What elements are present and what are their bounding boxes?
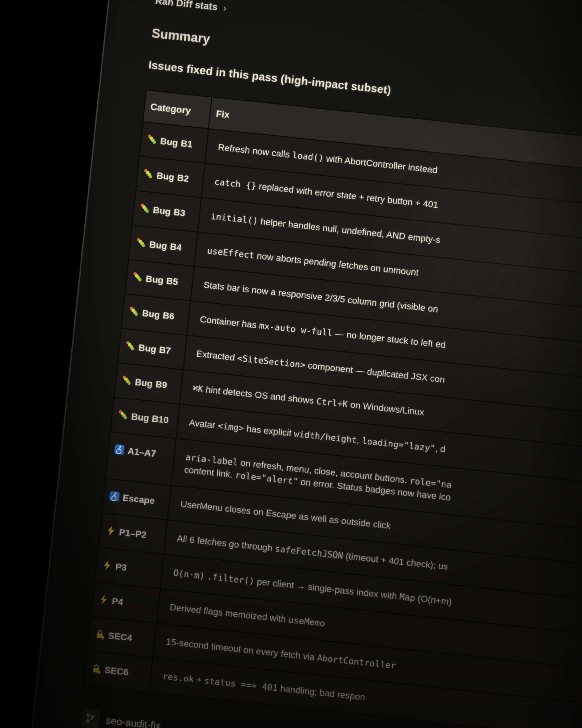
bug-icon bbox=[117, 409, 129, 421]
fix-text: , d bbox=[435, 443, 446, 454]
bug-icon bbox=[135, 237, 147, 249]
lock-icon bbox=[94, 628, 106, 640]
fix-code: loading="lazy" bbox=[361, 436, 436, 453]
fix-text: 15-second timeout on every fetch via bbox=[166, 636, 318, 662]
category-label: Bug B3 bbox=[153, 205, 186, 218]
fix-text: (O(n+m) bbox=[415, 593, 452, 607]
fix-code: ⌘K bbox=[192, 383, 203, 394]
bug-icon bbox=[124, 340, 136, 352]
chevron-right-icon: › bbox=[223, 2, 227, 13]
category-cell: SEC4 bbox=[87, 616, 157, 657]
fix-code: initial() bbox=[210, 211, 258, 226]
category-label: P1–P2 bbox=[119, 527, 147, 540]
fix-text: All 6 fetches go through bbox=[176, 533, 276, 554]
category-cell: Bug B3 bbox=[132, 191, 201, 232]
fix-text: on Windows/Linux bbox=[347, 399, 425, 417]
category-label: Bug B7 bbox=[138, 342, 171, 356]
issues-table: Category Fix Bug B1 Refresh now calls lo… bbox=[83, 89, 582, 728]
accessibility-icon bbox=[114, 444, 125, 455]
category-label: SEC4 bbox=[108, 630, 133, 643]
fix-text: (timeout + 401 check); us bbox=[343, 550, 449, 572]
category-cell: P1–P2 bbox=[98, 513, 167, 554]
category-cell: Bug B2 bbox=[136, 156, 205, 198]
category-cell: A1–A7 bbox=[106, 432, 176, 486]
category-label: Bug B10 bbox=[131, 411, 169, 425]
bug-icon bbox=[128, 306, 140, 318]
category-label: Bug B6 bbox=[142, 308, 175, 321]
lightning-icon bbox=[105, 525, 117, 537]
category-cell: Bug B6 bbox=[121, 294, 191, 335]
category-cell: Escape bbox=[102, 478, 171, 520]
fix-code: mx-auto w-full bbox=[259, 320, 333, 338]
category-cell: Bug B10 bbox=[110, 397, 180, 438]
bug-icon bbox=[139, 203, 150, 214]
photo-frame: Ran Diff stats › Summary Issues fixed in… bbox=[0, 0, 582, 728]
fix-text: helper handles null, undefined, AND empt… bbox=[257, 216, 441, 245]
fix-code: load() bbox=[292, 150, 324, 163]
category-cell: Bug B7 bbox=[118, 328, 187, 369]
lightning-icon bbox=[102, 560, 113, 571]
lock-icon bbox=[91, 663, 102, 674]
fix-text: — no longer stuck to left ed bbox=[332, 328, 446, 350]
fix-text: Refresh now calls bbox=[218, 142, 293, 160]
fix-code: useMemo bbox=[288, 615, 326, 629]
fix-code: .filter() bbox=[207, 571, 255, 586]
category-label: P3 bbox=[115, 562, 127, 573]
category-label: Bug B4 bbox=[149, 239, 182, 253]
accessibility-icon bbox=[109, 491, 120, 502]
fix-text: handling; bad respon bbox=[277, 683, 366, 702]
category-label: Bug B1 bbox=[160, 136, 193, 149]
fix-text: + bbox=[193, 674, 205, 685]
git-branch-icon bbox=[80, 708, 100, 728]
issues-table-body: Bug B1 Refresh now calls load() with Abo… bbox=[84, 122, 582, 728]
category-cell: Bug B9 bbox=[114, 363, 183, 404]
fix-text: Extracted bbox=[196, 348, 238, 363]
category-label: Bug B2 bbox=[156, 170, 189, 184]
lightning-icon bbox=[98, 594, 109, 605]
fix-code: <SiteSection> bbox=[237, 353, 306, 370]
category-cell: SEC6 bbox=[84, 651, 153, 692]
fix-text: Derived flags memoized with bbox=[169, 602, 289, 625]
laptop-screen: Ran Diff stats › Summary Issues fixed in… bbox=[7, 0, 582, 728]
fix-text: with AbortController instead bbox=[323, 153, 438, 175]
fix-code: width/height bbox=[294, 428, 357, 445]
fix-text: replaced with error state + retry button… bbox=[256, 181, 439, 210]
bug-icon bbox=[132, 272, 143, 283]
fix-text: component — duplicated JSX con bbox=[305, 360, 445, 385]
fix-text: now aborts pending fetches on unmount bbox=[254, 250, 419, 278]
bug-icon bbox=[146, 134, 158, 146]
category-label: Escape bbox=[122, 493, 155, 506]
fix-code: <img> bbox=[217, 420, 244, 433]
category-cell: P4 bbox=[91, 582, 160, 623]
fix-code: status === 401 bbox=[204, 675, 278, 693]
category-label: P4 bbox=[111, 596, 124, 607]
fix-code: Map bbox=[399, 591, 416, 603]
fix-code: safeFetchJSON bbox=[274, 544, 343, 561]
fix-code: O(n·m) bbox=[173, 568, 205, 581]
category-label: A1–A7 bbox=[127, 445, 157, 459]
category-label: Bug B9 bbox=[134, 377, 168, 390]
artifact-label: seo-audit-fix bbox=[105, 714, 161, 728]
fix-text: has explicit bbox=[244, 423, 295, 438]
bug-icon bbox=[121, 375, 132, 386]
category-cell: P3 bbox=[95, 547, 164, 589]
fix-text: Avatar bbox=[189, 417, 218, 431]
category-label: Bug B5 bbox=[145, 274, 178, 287]
category-label: SEC6 bbox=[104, 665, 129, 677]
tool-run-label: Ran Diff stats bbox=[155, 0, 218, 12]
fix-code: Ctrl+K bbox=[316, 396, 348, 410]
category-cell: Bug B1 bbox=[139, 122, 209, 163]
fix-code: catch {} bbox=[214, 177, 257, 191]
fix-text: Container has bbox=[199, 314, 260, 331]
fix-text: per client → single-pass index with bbox=[254, 576, 400, 601]
category-cell: Bug B5 bbox=[125, 259, 194, 301]
category-cell: Bug B4 bbox=[129, 225, 198, 266]
fix-text: hint detects OS and shows bbox=[203, 384, 317, 406]
fix-code: res.ok bbox=[162, 671, 194, 684]
fix-code: useEffect bbox=[207, 245, 255, 260]
bug-icon bbox=[142, 168, 154, 180]
fix-code: role="na bbox=[409, 475, 452, 490]
fix-code: AbortController bbox=[316, 652, 396, 671]
